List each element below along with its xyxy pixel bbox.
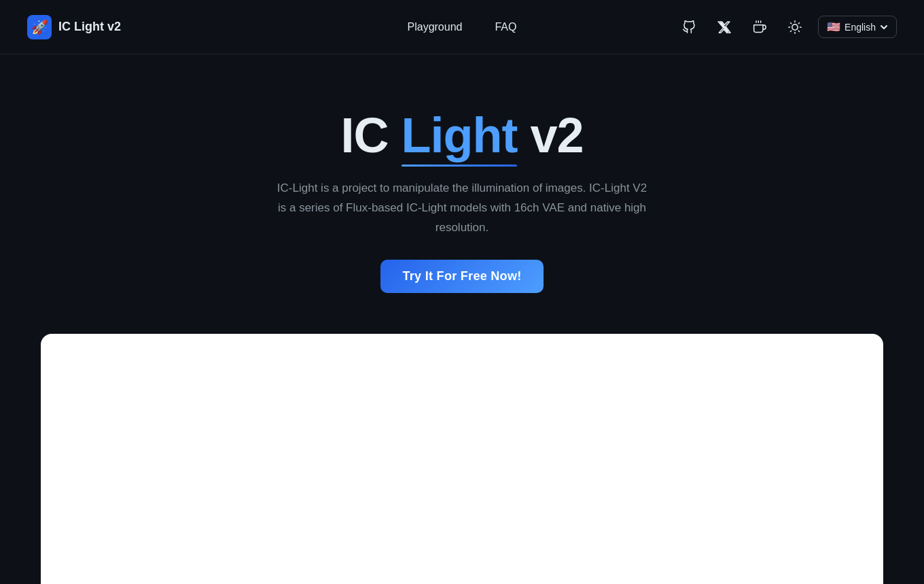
- hero-section: IC Light v2 IC-Light is a project to man…: [0, 54, 924, 334]
- nav-links: Playground FAQ: [402, 18, 522, 36]
- brand-name: IC Light v2: [58, 20, 121, 34]
- theme-toggle-button[interactable]: [783, 15, 807, 39]
- coffee-icon: [753, 20, 766, 34]
- hero-cta-button[interactable]: Try It For Free Now!: [380, 260, 543, 293]
- nav-playground-link[interactable]: Playground: [402, 18, 468, 36]
- nav-faq-link[interactable]: FAQ: [489, 18, 522, 36]
- language-label: English: [845, 22, 876, 33]
- hero-title: IC Light v2: [27, 109, 897, 162]
- github-button[interactable]: [677, 15, 701, 39]
- twitter-icon: [717, 20, 731, 34]
- hero-title-prefix: IC: [340, 108, 401, 162]
- logo-emoji: 🚀: [31, 19, 48, 35]
- github-icon: [682, 20, 696, 34]
- svg-line-10: [791, 31, 792, 31]
- nav-actions: 🇺🇸 English: [677, 15, 897, 39]
- logo-icon: 🚀: [27, 15, 52, 39]
- language-selector[interactable]: 🇺🇸 English: [818, 16, 897, 38]
- svg-line-11: [798, 22, 799, 23]
- brand-logo-link[interactable]: 🚀 IC Light v2: [27, 15, 121, 39]
- hero-subtitle: IC-Light is a project to manipulate the …: [272, 179, 652, 238]
- svg-line-7: [798, 31, 799, 31]
- twitter-button[interactable]: [712, 15, 736, 39]
- playground-container: [41, 334, 883, 584]
- chevron-down-icon: [880, 23, 888, 31]
- navbar: 🚀 IC Light v2 Playground FAQ: [0, 0, 924, 54]
- sun-icon: [788, 20, 802, 34]
- language-flag: 🇺🇸: [827, 20, 840, 33]
- svg-point-3: [792, 24, 798, 29]
- svg-line-6: [791, 22, 792, 23]
- hero-title-suffix: v2: [517, 108, 583, 162]
- hero-title-highlight: Light: [402, 109, 518, 162]
- coffee-button[interactable]: [747, 15, 772, 39]
